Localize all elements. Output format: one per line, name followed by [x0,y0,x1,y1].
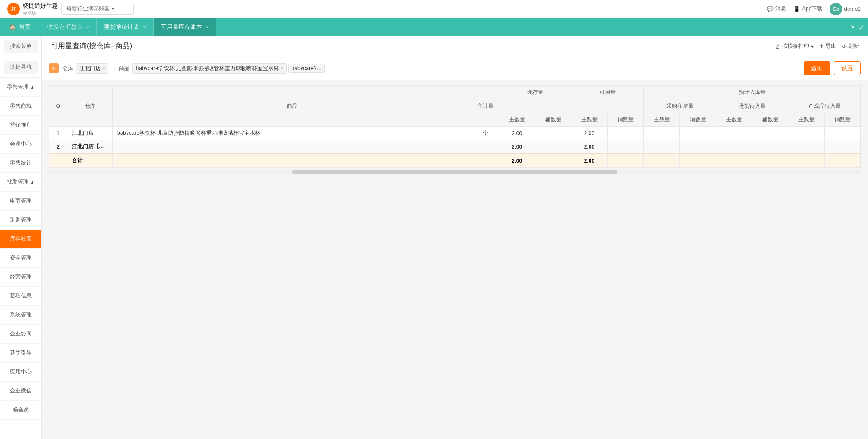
warehouse-tag-0-close[interactable]: × [102,66,105,71]
logo-area: 好 畅捷通好生意 标准版 [7,2,58,16]
sidebar-item-app-center[interactable]: 应用中心 [0,363,41,382]
chevron-down-icon-print: ▾ [811,43,814,50]
th-current-stock: 现存量 [499,86,571,99]
row-stock-main-2: 2.00 [499,140,535,154]
scrollbar-track[interactable] [49,170,861,174]
footer-row: 合计 2.00 2.00 [49,154,861,168]
tab-home[interactable]: 🏠 首页 [0,18,40,36]
row-inbound-aux-2 [752,140,788,154]
row-product-2 [113,140,472,154]
row-product: babycare学饮杯 儿童防摔防撞吸管杯重力球吸嘴杯宝宝水杯 [113,127,472,140]
tab-order-stats[interactable]: 要货单统计表 × [97,18,153,36]
export-icon: ⬆ [819,43,824,50]
sidebar-item-enterprise-wechat[interactable]: 企业微信 [0,382,41,401]
search-menu-btn[interactable]: 搜索菜单 [4,40,38,53]
warehouse-filter-group: 仓库 江北门店 × ... [62,63,115,74]
app-download-btn[interactable]: 📱 App下载 [793,5,822,13]
scrollbar-thumb[interactable] [292,170,617,174]
chevron-icon: ▲ [30,85,35,90]
warehouse-more-btn[interactable]: ... [111,65,115,71]
row-avail-aux-2 [608,140,644,154]
row-no-2: 2 [49,140,67,154]
footer-inbound-aux [752,154,788,168]
th-stock-sub [499,99,571,113]
row-avail-aux [608,127,644,140]
sidebar-item-operation-mgmt[interactable]: 经营管理 [0,268,41,287]
product-tag-1[interactable]: babycare?... [288,64,325,73]
avatar: Ea [830,3,842,15]
print-icon: 🖨 [775,43,780,50]
sidebar-item-finance-mgmt[interactable]: 资金管理 [0,249,41,268]
chevron-down-icon: ▾ [112,6,114,12]
query-btn[interactable]: 查询 [804,61,830,75]
setting-btn[interactable]: 设置 [834,61,861,75]
header-row-1: ⚙ 仓库 商品 主计量 现存量 可用量 预计入库量 [49,86,861,99]
th-warehouse: 仓库 [67,86,113,127]
main-layout: 搜索菜单 快捷导航 零售管理 ▲ 零售商城 营销推广 会员中心 零售统计 批发管… [0,36,868,439]
product-filter-group: 商品 babycare学饮杯 儿童防摔防撞吸管杯重力球吸嘴杯宝宝水杯 × bab… [119,63,324,74]
th-main-unit: 主计量 [472,86,499,127]
row-production-aux-2 [825,140,861,154]
sidebar-item-new-guide[interactable]: 新手引导 [0,344,41,363]
quick-nav-btn[interactable]: 快捷导航 [4,61,38,74]
row-purchase-main [644,127,680,140]
sidebar-item-marketing[interactable]: 营销推广 [0,116,41,135]
sidebar-item-system-mgmt[interactable]: 系统管理 [0,306,41,325]
sidebar-item-retail-mgmt[interactable]: 零售管理 ▲ [0,78,41,97]
content-area: 可用量查询(按仓库+商品) 🖨 按模板打印 ▾ ⬆ 导出 ↺ 刷新 » [42,36,868,439]
tab-receive-send[interactable]: 收发存汇总表 × [40,18,97,36]
row-stock-main: 2.00 [499,127,535,140]
th-purchase-aux-qty: 辅数量 [680,113,716,127]
industry-selector[interactable]: 母婴行业演示账套 ▾ [61,3,134,15]
th-avail-aux-qty: 辅数量 [608,113,644,127]
sidebar-quick-nav-area: 快捷导航 [0,57,41,78]
logo-text-area: 畅捷通好生意 标准版 [23,2,58,16]
sidebar-item-inventory-check[interactable]: 库存核算 [0,230,41,249]
logo-subtext: 标准版 [23,10,58,16]
footer-production-main [788,154,825,168]
refresh-btn[interactable]: ↺ 刷新 [842,42,859,50]
tab-receive-send-close[interactable]: × [86,24,89,30]
message-btn[interactable]: 💬 消息 [767,5,786,13]
expand-filter-btn[interactable]: » [49,63,59,73]
row-purchase-main-2 [644,140,680,154]
footer-inbound-main [716,154,752,168]
page-header: 可用量查询(按仓库+商品) 🖨 按模板打印 ▾ ⬆ 导出 ↺ 刷新 [42,36,868,57]
tab-available-stock-close[interactable]: × [206,24,208,30]
product-tag-0[interactable]: babycare学饮杯 儿童防摔防撞吸管杯重力球吸嘴杯宝宝水杯 × [132,63,286,74]
sidebar-item-wholesale-mgmt[interactable]: 批发管理 ▲ [0,173,41,192]
template-print-btn[interactable]: 🖨 按模板打印 ▾ [775,42,814,50]
warehouse-tag-0[interactable]: 江北门店 × [76,63,108,74]
sidebar-item-enterprise-collab[interactable]: 企业协同 [0,325,41,344]
gear-icon[interactable]: ⚙ [56,103,61,109]
tab-available-stock[interactable]: 可用量库存账本 × [154,18,216,36]
sidebar-item-member-center[interactable]: 会员中心 [0,135,41,154]
warehouse-filter-label: 仓库 [62,65,73,72]
message-icon: 💬 [767,6,774,12]
page-title: 可用量查询(按仓库+商品) [51,42,132,51]
sidebar-item-retail-mall[interactable]: 零售商城 [0,97,41,116]
sidebar-item-basic-info[interactable]: 基础信息 [0,287,41,306]
sidebar-item-retail-stats[interactable]: 零售统计 [0,154,41,173]
row-purchase-aux-2 [680,140,716,154]
row-warehouse-2: 江北门店【... [67,140,113,154]
top-bar-right: 💬 消息 📱 App下载 Ea demo2 [767,3,861,15]
tab-order-stats-close[interactable]: × [143,24,146,30]
refresh-icon: ↺ [842,43,846,50]
row-purchase-aux [680,127,716,140]
footer-empty-product [113,154,472,168]
footer-label: 合计 [67,154,113,168]
expand-tabs-btn[interactable]: ⤢ [859,23,864,32]
footer-production-aux [825,154,861,168]
export-btn[interactable]: ⬆ 导出 [819,42,836,50]
product-tag-0-close[interactable]: × [280,66,283,71]
user-area[interactable]: Ea demo2 [830,3,861,15]
row-unit-2 [472,140,499,154]
sidebar-item-purchase-mgmt[interactable]: 采购管理 [0,211,41,230]
sidebar: 搜索菜单 快捷导航 零售管理 ▲ 零售商城 营销推广 会员中心 零售统计 批发管… [0,36,42,439]
sidebar-item-member[interactable]: 畅会员 [0,401,41,420]
footer-empty-unit [472,154,499,168]
close-all-tabs-btn[interactable]: × [851,23,855,31]
footer-purchase-aux [680,154,716,168]
sidebar-item-ecommerce-mgmt[interactable]: 电商管理 [0,192,41,211]
